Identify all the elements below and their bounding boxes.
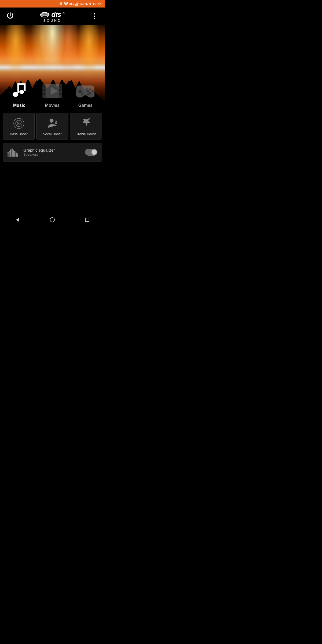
svg-rect-27 (60, 93, 61, 95)
eq-subtitle: Speakers (23, 152, 81, 156)
svg-rect-51 (8, 153, 9, 157)
dts-brand-text: dts (51, 10, 61, 19)
music-note-icon (10, 81, 29, 101)
svg-rect-22 (43, 85, 45, 87)
home-button[interactable] (46, 214, 59, 225)
bass-boost-label: Bass Boost (10, 132, 28, 136)
mode-games[interactable]: Games (71, 81, 100, 108)
battery-level: 82 % (80, 2, 88, 6)
bass-boost-card[interactable]: Bass Boost (3, 113, 35, 140)
mode-games-label: Games (78, 103, 93, 108)
svg-point-36 (87, 93, 90, 96)
svg-marker-53 (16, 218, 19, 222)
signal-icon (75, 2, 79, 6)
svg-rect-26 (60, 89, 61, 91)
clock: 10:56 (93, 2, 101, 6)
svg-rect-50 (17, 153, 18, 157)
network-indicator: 3G (69, 2, 74, 6)
svg-rect-1 (60, 3, 61, 5)
charging-icon (89, 2, 92, 6)
svg-rect-6 (76, 3, 77, 6)
svg-rect-3 (62, 3, 62, 5)
treble-boost-label: Treble Boost (76, 132, 96, 136)
gamepad-icon (74, 83, 96, 99)
back-button[interactable] (11, 214, 24, 225)
wifi-icon (64, 2, 68, 6)
svg-point-11 (41, 13, 49, 16)
movies-icon-wrap (40, 81, 64, 101)
svg-rect-24 (43, 93, 45, 95)
svg-rect-46 (12, 149, 13, 157)
dts-sound-text: Sound (43, 19, 61, 23)
nav-bar (0, 213, 105, 226)
svg-rect-8 (78, 2, 79, 6)
dts-disc-icon (40, 10, 50, 20)
svg-marker-4 (64, 3, 67, 5)
mode-movies-label: Movies (45, 103, 60, 108)
svg-rect-47 (13, 150, 14, 157)
toggle-knob (92, 149, 97, 155)
svg-point-41 (50, 119, 54, 123)
header: dts ® Sound (0, 8, 105, 25)
svg-point-31 (89, 88, 91, 90)
power-button[interactable] (5, 11, 15, 21)
svg-rect-52 (9, 152, 10, 157)
back-icon (14, 217, 20, 223)
svg-point-10 (41, 12, 49, 17)
bass-boost-icon (13, 118, 25, 129)
treble-boost-icon (80, 118, 92, 129)
games-icon-wrap (73, 81, 97, 101)
recents-icon (85, 217, 90, 222)
svg-point-35 (81, 93, 84, 96)
more-options-button[interactable] (90, 11, 99, 21)
svg-point-42 (88, 118, 89, 119)
eq-icon (8, 147, 19, 157)
eq-toggle[interactable] (85, 149, 97, 156)
svg-rect-30 (78, 91, 82, 93)
concert-background: Music Movies (0, 25, 105, 111)
svg-rect-2 (60, 3, 60, 5)
svg-point-12 (41, 14, 49, 15)
svg-rect-16 (17, 83, 19, 93)
eq-text-col: Graphic equalizer Speakers (23, 148, 81, 156)
svg-point-32 (91, 90, 93, 92)
status-icons: 3G 82 % 10:56 (59, 2, 101, 6)
svg-rect-5 (75, 4, 76, 6)
svg-rect-45 (10, 149, 11, 157)
svg-point-13 (41, 14, 49, 15)
more-dot (94, 16, 95, 17)
svg-point-33 (87, 90, 89, 92)
svg-rect-48 (14, 151, 15, 157)
svg-point-40 (18, 123, 19, 124)
home-icon (49, 217, 55, 223)
film-strip-icon (42, 82, 63, 100)
svg-point-17 (12, 92, 18, 97)
mode-music-label: Music (13, 103, 25, 108)
more-dot (94, 13, 95, 14)
eq-icon-wrap (7, 146, 19, 158)
mode-music[interactable]: Music (5, 81, 34, 108)
svg-rect-25 (60, 85, 61, 87)
recents-button[interactable] (80, 214, 94, 225)
svg-marker-9 (89, 2, 91, 6)
treble-boost-card[interactable]: Treble Boost (70, 113, 102, 140)
eq-title: Graphic equalizer (23, 148, 81, 152)
svg-rect-7 (77, 3, 78, 6)
vibrate-icon (59, 2, 63, 6)
more-dot (94, 18, 95, 19)
svg-rect-15 (24, 83, 25, 91)
vocal-boost-icon (46, 118, 58, 129)
svg-point-18 (19, 90, 24, 94)
equalizer-section[interactable]: Graphic equalizer Speakers (3, 143, 102, 162)
svg-rect-49 (16, 153, 17, 157)
vocal-boost-card[interactable]: Vocal Boost (36, 113, 68, 140)
svg-point-54 (50, 218, 55, 222)
music-icon-wrap (7, 81, 31, 101)
mode-movies[interactable]: Movies (38, 81, 67, 108)
boost-section: Bass Boost Vocal Boost Treble Boost (0, 111, 105, 142)
svg-rect-55 (85, 218, 89, 221)
mode-row: Music Movies (0, 81, 105, 111)
dts-logo: dts ® Sound (40, 10, 64, 23)
svg-rect-23 (43, 89, 45, 91)
vocal-boost-label: Vocal Boost (43, 132, 62, 136)
